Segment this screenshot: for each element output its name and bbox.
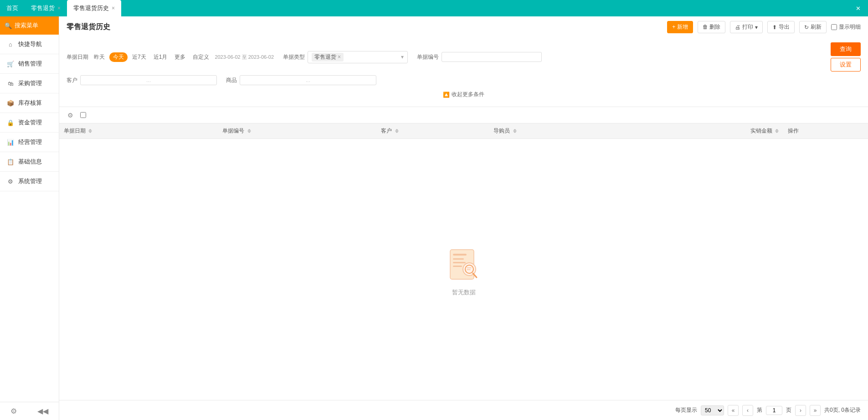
date-option-yesterday[interactable]: 昨天 bbox=[91, 52, 108, 62]
layout: 🔍 搜索菜单 ⌂ 快捷导航 🛒 销售管理 🛍 采购管理 📦 库存核算 🔒 bbox=[0, 16, 868, 420]
lock-icon: 🔒 bbox=[6, 118, 15, 127]
svg-rect-3 bbox=[453, 262, 466, 263]
gear-icon: ⚙ bbox=[6, 177, 15, 185]
date-option-more[interactable]: 更多 bbox=[172, 52, 188, 62]
date-option-1month[interactable]: 近1月 bbox=[151, 52, 170, 62]
filter-area: 单据日期 昨天 今天 近7天 近1月 更多 自定义 2023-06-02 至 2… bbox=[67, 38, 861, 107]
col-guide: 导购员 bbox=[489, 123, 624, 139]
sidebar: 🔍 搜索菜单 ⌂ 快捷导航 🛒 销售管理 🛍 采购管理 📦 库存核算 🔒 bbox=[0, 16, 59, 420]
collapse-icon: 🔼 bbox=[443, 92, 450, 98]
cart-icon: 🛒 bbox=[6, 60, 15, 68]
date-filter-item: 单据日期 昨天 今天 近7天 近1月 更多 自定义 2023-06-02 至 2… bbox=[67, 52, 274, 62]
date-option-7days[interactable]: 近7天 bbox=[129, 52, 149, 62]
voucher-no-input[interactable] bbox=[442, 52, 542, 62]
page-title: 零售退货历史 bbox=[67, 22, 110, 32]
voucher-type-tag: 零售退货 × bbox=[312, 53, 344, 61]
data-table: 单据日期 单据编号 bbox=[59, 123, 868, 139]
main-content: 零售退货历史 + 新增 🗑 删除 🖨 打印 ▾ ⬆ 导出 ↻ bbox=[59, 16, 868, 420]
first-page-btn[interactable]: « bbox=[728, 405, 739, 416]
top-bar: 首页 零售退货 × 零售退货历史 × ✕ bbox=[0, 0, 868, 16]
per-page-select[interactable]: 50 10 20 100 bbox=[701, 405, 724, 415]
customer-input[interactable]: ... bbox=[80, 75, 217, 85]
voucher-type-tag-remove[interactable]: × bbox=[338, 54, 341, 60]
sidebar-item-sales-mgmt[interactable]: 🛒 销售管理 bbox=[0, 54, 59, 74]
tab-retail-return-history-close[interactable]: × bbox=[112, 5, 115, 11]
svg-rect-4 bbox=[453, 266, 462, 267]
col-action: 操作 bbox=[783, 123, 868, 139]
select-all-checkbox[interactable] bbox=[80, 112, 86, 118]
empty-text: 暂无数据 bbox=[452, 288, 476, 297]
voucher-type-filter-item: 单据类型 零售退货 × ▾ bbox=[283, 51, 408, 63]
sidebar-search[interactable]: 🔍 搜索菜单 bbox=[0, 16, 59, 35]
table-toolbar: ⚙ bbox=[59, 107, 868, 123]
col-guide-sort[interactable] bbox=[513, 129, 517, 133]
window-close-btn[interactable]: ✕ bbox=[856, 5, 861, 12]
col-amount-sort[interactable] bbox=[775, 129, 779, 133]
voucher-type-select[interactable]: 零售退货 × ▾ bbox=[308, 51, 408, 63]
sidebar-bottom: ⚙ ◀◀ bbox=[0, 402, 59, 420]
settings-button[interactable]: 设置 bbox=[831, 58, 861, 72]
voucher-type-chevron-icon: ▾ bbox=[401, 54, 404, 60]
print-chevron-icon: ▾ bbox=[755, 24, 758, 31]
collapse-bar[interactable]: 🔼 收起更多条件 bbox=[67, 89, 861, 102]
tab-retail-return[interactable]: 零售退货 × bbox=[25, 0, 67, 16]
total-label: 共0页, 0条记录 bbox=[824, 406, 861, 414]
print-icon: 🖨 bbox=[735, 24, 740, 31]
date-option-custom[interactable]: 自定义 bbox=[190, 52, 212, 62]
col-amount: 实销金额 bbox=[625, 123, 783, 139]
page-number-input[interactable] bbox=[766, 406, 782, 415]
refresh-icon: ↻ bbox=[804, 24, 809, 31]
date-range-display: 2023-06-02 至 2023-06-02 bbox=[215, 54, 274, 61]
sidebar-item-ops-mgmt[interactable]: 📊 经营管理 bbox=[0, 133, 59, 152]
search-icon: 🔍 bbox=[5, 22, 12, 29]
goods-filter-item: 商品 ... bbox=[226, 75, 376, 85]
customer-filter-item: 客户 ... bbox=[67, 75, 217, 85]
export-button[interactable]: ⬆ 导出 bbox=[767, 21, 795, 33]
sidebar-item-inventory[interactable]: 📦 库存核算 bbox=[0, 93, 59, 113]
delete-button[interactable]: 🗑 删除 bbox=[698, 21, 725, 33]
sidebar-item-purchase-mgmt[interactable]: 🛍 采购管理 bbox=[0, 74, 59, 93]
sidebar-menu: ⌂ 快捷导航 🛒 销售管理 🛍 采购管理 📦 库存核算 🔒 资金管理 📊 bbox=[0, 35, 59, 402]
tab-home[interactable]: 首页 bbox=[0, 0, 25, 16]
tab-retail-return-history[interactable]: 零售退货历史 × bbox=[67, 0, 121, 16]
sidebar-item-base-info[interactable]: 📋 基础信息 bbox=[0, 152, 59, 172]
date-filter: 昨天 今天 近7天 近1月 更多 自定义 bbox=[91, 52, 212, 62]
col-date: 单据日期 bbox=[59, 123, 218, 139]
page-title-bar: 零售退货历史 + 新增 🗑 删除 🖨 打印 ▾ ⬆ 导出 ↻ bbox=[67, 21, 861, 33]
doc-icon: 📋 bbox=[6, 158, 15, 166]
new-button[interactable]: + 新增 bbox=[667, 21, 693, 33]
query-button[interactable]: 查询 bbox=[831, 42, 861, 56]
tab-retail-return-close[interactable]: × bbox=[57, 5, 61, 11]
sidebar-item-quick-nav[interactable]: ⌂ 快捷导航 bbox=[0, 35, 59, 54]
goods-input[interactable]: ... bbox=[240, 75, 376, 85]
col-date-sort[interactable] bbox=[88, 129, 92, 133]
sidebar-item-sys-mgmt[interactable]: ⚙ 系统管理 bbox=[0, 172, 59, 191]
last-page-btn[interactable]: » bbox=[810, 405, 821, 416]
show-detail-checkbox[interactable]: 显示明细 bbox=[831, 23, 861, 31]
sidebar-audio-btn[interactable]: ◀◀ bbox=[37, 407, 48, 415]
sidebar-settings-btn[interactable]: ⚙ bbox=[10, 407, 17, 415]
next-page-btn[interactable]: › bbox=[795, 405, 806, 416]
refresh-button[interactable]: ↻ 刷新 bbox=[799, 21, 827, 33]
bag-icon: 🛍 bbox=[6, 79, 15, 87]
table-settings-icon[interactable]: ⚙ bbox=[64, 109, 77, 122]
export-icon: ⬆ bbox=[772, 24, 777, 31]
svg-rect-1 bbox=[453, 254, 467, 256]
home-icon: ⌂ bbox=[6, 40, 15, 48]
svg-rect-2 bbox=[453, 258, 464, 260]
sidebar-item-finance[interactable]: 🔒 资金管理 bbox=[0, 113, 59, 133]
date-option-today[interactable]: 今天 bbox=[109, 52, 128, 62]
col-no-sort[interactable] bbox=[247, 129, 251, 133]
voucher-no-filter-item: 单据编号 bbox=[417, 52, 542, 62]
filter-row-1: 单据日期 昨天 今天 近7天 近1月 更多 自定义 2023-06-02 至 2… bbox=[67, 42, 861, 72]
empty-state: 暂无数据 bbox=[59, 139, 868, 400]
col-customer-sort[interactable] bbox=[395, 129, 399, 133]
prev-page-btn[interactable]: ‹ bbox=[742, 405, 753, 416]
table-container: ⚙ 单据日期 单据编号 bbox=[59, 107, 868, 420]
empty-illustration bbox=[441, 243, 487, 288]
pagination: 每页显示 50 10 20 100 « ‹ 第 页 › » 共0页, 0条记录 bbox=[59, 400, 868, 420]
filter-row-2: 客户 ... 商品 ... bbox=[67, 75, 861, 85]
print-button[interactable]: 🖨 打印 ▾ bbox=[730, 21, 763, 33]
show-detail-input[interactable] bbox=[831, 24, 837, 30]
query-settings-group: 查询 设置 bbox=[831, 42, 861, 72]
